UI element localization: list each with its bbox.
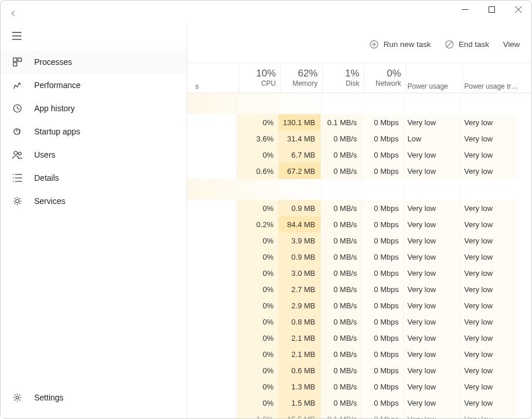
cell-power-usage: Very low: [404, 314, 461, 330]
processes-icon: [12, 57, 23, 67]
table-row[interactable]: 1.3%15.5 MB0.1 MB/s0 MbpsVery lowVery lo…: [187, 411, 531, 418]
cell-disk: 0 MB/s: [320, 232, 362, 249]
cell-power-usage-trend: Very low: [461, 314, 518, 330]
table-row[interactable]: 0%1.5 MB0 MB/s0 MbpsVery lowVery low: [187, 395, 531, 411]
performance-icon: [12, 80, 23, 90]
cell-cpu: 0%: [237, 281, 279, 297]
nav-label: Settings: [34, 393, 64, 402]
table-row[interactable]: 0%2.1 MB0 MB/s0 MbpsVery lowVery low: [187, 346, 531, 362]
nav-services[interactable]: Services: [1, 190, 187, 213]
cell-power-usage: Very low: [404, 216, 461, 232]
history-icon: [12, 103, 23, 114]
nav-performance[interactable]: Performance: [1, 74, 187, 97]
cell-cpu: 0.6%: [237, 163, 279, 179]
cell-power-usage: Very low: [404, 330, 461, 346]
cell-network: 0 Mbps: [362, 249, 404, 265]
minimize-button[interactable]: [451, 1, 478, 18]
cell-power-usage-trend: Very low: [461, 114, 518, 130]
cell-network: 0 Mbps: [362, 378, 404, 395]
nav-label: Services: [34, 196, 65, 206]
nav-users[interactable]: Users: [1, 143, 187, 166]
cell-network: 0 Mbps: [362, 297, 404, 314]
cell-memory: 3.0 MB: [279, 265, 320, 281]
cell-memory: 0.6 MB: [279, 362, 320, 378]
run-new-task-button[interactable]: Run new task: [370, 40, 431, 49]
cell-cpu: 0%: [237, 378, 279, 395]
cell-cpu: 0%: [237, 362, 279, 378]
cell-disk: 0 MB/s: [320, 297, 362, 314]
table-row[interactable]: 0%0.8 MB0 MB/s0 MbpsVery lowVery low: [187, 314, 531, 330]
gear-icon: [12, 392, 23, 403]
table-row[interactable]: 0%2.7 MB0 MB/s0 MbpsVery lowVery low: [187, 281, 531, 297]
hamburger-button[interactable]: [1, 26, 187, 48]
cell-network: 0 Mbps: [362, 346, 404, 362]
cell-disk: 0 MB/s: [320, 200, 362, 216]
table-row[interactable]: 0.6%67.2 MB0 MB/s0 MbpsVery lowVery low: [187, 163, 531, 179]
table-row[interactable]: 0%130.1 MB0.1 MB/s0 MbpsVery lowVery low: [187, 114, 531, 130]
table-header[interactable]: s 10%CPU 62%Memory 1%Disk 0%Network Powe…: [187, 63, 531, 93]
cell-power-usage: Very low: [404, 200, 461, 216]
cell-power-usage: Very low: [404, 411, 461, 418]
table-row[interactable]: 0%0.9 MB0 MB/s0 MbpsVery lowVery low: [187, 249, 531, 265]
table-row[interactable]: 0%3.0 MB0 MB/s0 MbpsVery lowVery low: [187, 265, 531, 281]
services-icon: [12, 196, 23, 206]
cell-network: 0 Mbps: [362, 163, 404, 179]
cell-power-usage: Very low: [404, 281, 461, 297]
cell-cpu: 0%: [237, 249, 279, 265]
nav-processes[interactable]: Processes: [1, 50, 187, 74]
cell-network: 0 Mbps: [362, 130, 404, 147]
table-row[interactable]: 0%1.3 MB0 MB/s0 MbpsVery lowVery low: [187, 378, 531, 395]
table-row[interactable]: 0%0.9 MB0 MB/s0 MbpsVery lowVery low: [187, 200, 531, 216]
cell-disk: 0 MB/s: [320, 265, 362, 281]
cell-power-usage-trend: Very low: [461, 163, 518, 179]
titlebar: [1, 1, 531, 26]
cell-power-usage-trend: Very low: [461, 395, 518, 411]
table-row[interactable]: 0%6.7 MB0 MB/s0 MbpsVery lowVery low: [187, 147, 531, 163]
cell-power-usage-trend: Very low: [461, 265, 518, 281]
cell-power-usage-trend: Very low: [461, 200, 518, 216]
close-button[interactable]: [505, 1, 531, 18]
cell-power-usage: Very low: [404, 346, 461, 362]
table-row[interactable]: 0%0.6 MB0 MB/s0 MbpsVery lowVery low: [187, 362, 531, 378]
view-dropdown[interactable]: View: [503, 40, 520, 49]
cell-power-usage-trend: Very low: [461, 297, 518, 314]
cell-network: 0 Mbps: [362, 411, 404, 418]
cell-disk: 0 MB/s: [320, 378, 362, 395]
nav-settings[interactable]: Settings: [1, 386, 187, 409]
nav-app-history[interactable]: App history: [1, 97, 187, 120]
col-name[interactable]: s: [192, 63, 239, 93]
col-power-usage[interactable]: Power usage: [406, 63, 463, 93]
cell-memory: 6.7 MB: [279, 147, 320, 163]
col-memory[interactable]: 62%Memory: [281, 63, 323, 93]
processes-table: s 10%CPU 62%Memory 1%Disk 0%Network Powe…: [187, 63, 531, 418]
table-row[interactable]: [187, 179, 531, 200]
cell-power-usage-trend: Very low: [461, 232, 518, 249]
table-row[interactable]: [187, 93, 531, 114]
table-row[interactable]: 0.2%84.4 MB0 MB/s0 MbpsVery lowVery low: [187, 216, 531, 232]
cell-power-usage: Very low: [404, 297, 461, 314]
nav-label: App history: [34, 104, 75, 113]
table-body: 0%130.1 MB0.1 MB/s0 MbpsVery lowVery low…: [187, 93, 531, 418]
nav-startup-apps[interactable]: Startup apps: [1, 120, 187, 143]
cell-network: 0 Mbps: [362, 314, 404, 330]
cell-cpu: 0%: [237, 330, 279, 346]
table-row[interactable]: 0%2.9 MB0 MB/s0 MbpsVery lowVery low: [187, 297, 531, 314]
col-network[interactable]: 0%Network: [365, 63, 406, 93]
cell-disk: 0 MB/s: [320, 130, 362, 147]
nav-details[interactable]: Details: [1, 166, 187, 190]
col-disk[interactable]: 1%Disk: [323, 63, 365, 93]
cell-cpu: 0%: [237, 297, 279, 314]
col-power-usage-trend[interactable]: Power usage tr…: [463, 63, 520, 93]
col-cpu[interactable]: 10%CPU: [239, 63, 281, 93]
maximize-button[interactable]: [478, 1, 505, 18]
back-button[interactable]: [1, 1, 26, 26]
table-row[interactable]: 0%3.9 MB0 MB/s0 MbpsVery lowVery low: [187, 232, 531, 249]
cell-cpu: 0%: [237, 114, 279, 130]
cell-power-usage: Low: [404, 130, 461, 147]
cell-power-usage-trend: Very low: [461, 378, 518, 395]
cell-memory: 2.1 MB: [279, 330, 320, 346]
table-row[interactable]: 0%2.1 MB0 MB/s0 MbpsVery lowVery low: [187, 330, 531, 346]
cell-memory: 2.9 MB: [279, 297, 320, 314]
end-task-button[interactable]: End task: [444, 40, 489, 49]
table-row[interactable]: 3.6%31.4 MB0 MB/s0 MbpsLowVery low: [187, 130, 531, 147]
